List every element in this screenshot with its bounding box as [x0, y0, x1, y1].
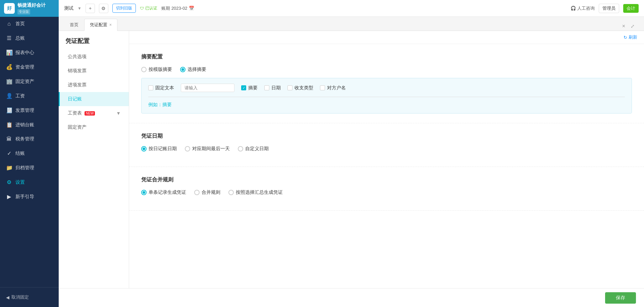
radio-single-record-btn[interactable]	[141, 190, 147, 195]
headset-icon: 🎧	[571, 6, 576, 11]
sidebar-item-assets[interactable]: 🏢 固定资产	[0, 74, 59, 89]
closing-icon: ✓	[6, 150, 12, 157]
app-edition: 专业版	[17, 9, 30, 14]
main-area: 测试 ▼ ＋ ⚙ 切到旧版 🛡 已认证 账期 2023-02 📅 🎧 人工咨询 …	[59, 0, 644, 307]
merge-radio-rules[interactable]: 合并规则	[194, 189, 220, 195]
checkbox-date-box[interactable]	[264, 85, 269, 90]
save-button[interactable]: 保存	[605, 292, 636, 304]
merge-radio-single[interactable]: 单条记录生成凭证	[141, 189, 186, 195]
checkbox-income-type[interactable]: 收支类型	[287, 85, 313, 91]
sidebar-item-ledger[interactable]: ☰ 总账	[0, 31, 59, 45]
checkbox-fixed-text[interactable]: 固定文本	[148, 85, 174, 91]
window-expand-icon[interactable]: ⤢	[629, 22, 636, 30]
radio-template-btn[interactable]	[141, 67, 147, 72]
admin-button[interactable]: 管理员	[599, 4, 619, 13]
sidebar-item-reports[interactable]: 📊 报表中心	[0, 45, 59, 60]
left-nav-payroll-table[interactable]: 工资表 NEW ▼	[59, 106, 129, 120]
radio-journal-date-btn[interactable]	[141, 146, 147, 151]
summary-radio-select[interactable]: 选择摘要	[180, 67, 206, 73]
radio-select-btn[interactable]	[180, 67, 185, 72]
merge-radio-summary[interactable]: 按照选择汇总生成凭证	[228, 189, 283, 195]
abstract-label: 摘要	[248, 85, 258, 91]
custom-date-label: 自定义日期	[245, 146, 269, 152]
merge-rules-label: 合并规则	[202, 189, 220, 195]
left-nav-fixed-assets[interactable]: 固定资产	[59, 120, 129, 134]
topbar-arrow-icon[interactable]: ▼	[77, 6, 82, 11]
sidebar-item-label: 报表中心	[15, 50, 34, 56]
cancel-fixed-btn[interactable]: ◀ 取消固定	[0, 291, 59, 304]
radio-summary-generate-btn[interactable]	[228, 190, 234, 195]
summary-generate-label: 按照选择汇总生成凭证	[236, 189, 283, 195]
reports-icon: 📊	[6, 49, 12, 56]
period-last-label: 对应期间最后一天	[192, 146, 230, 152]
bottom-spacer	[129, 211, 644, 231]
consult-button[interactable]: 🎧 人工咨询	[571, 5, 595, 11]
checkbox-income-type-box[interactable]	[287, 85, 292, 90]
sidebar-item-label: 税务管理	[15, 136, 34, 142]
options-divider	[148, 97, 625, 97]
assets-icon: 🏢	[6, 78, 12, 85]
calendar-icon[interactable]: 📅	[189, 6, 194, 11]
single-record-label: 单条记录生成凭证	[149, 189, 186, 195]
checkbox-row: 固定文本 ✓ 摘要 日期 收支类型	[148, 84, 625, 92]
sidebar: 好 畅捷通好会计 专业版 ⌂ 首页 ☰ 总账 📊 报表中心 💰 资金管理 🏢 固…	[0, 0, 59, 307]
tab-close-icon[interactable]: ×	[109, 23, 112, 27]
sidebar-item-invoice[interactable]: 🧾 发票管理	[0, 103, 59, 118]
checkbox-counterparty[interactable]: 对方户名	[320, 85, 346, 91]
date-radio-period-last[interactable]: 对应期间最后一天	[185, 146, 230, 152]
sidebar-item-label: 进销台账	[15, 122, 34, 128]
checkbox-date[interactable]: 日期	[264, 85, 281, 91]
income-type-label: 收支类型	[294, 85, 313, 91]
checkbox-counterparty-box[interactable]	[320, 85, 325, 90]
accountant-button[interactable]: 会计	[623, 4, 639, 13]
topbar-right: 🎧 人工咨询 管理员 会计	[571, 4, 639, 13]
period-label: 账期	[161, 5, 170, 11]
app-name: 畅捷通好会计	[17, 2, 46, 8]
left-nav-purchase-invoice[interactable]: 进项发票	[59, 78, 129, 92]
tab-home[interactable]: 首页	[64, 18, 84, 31]
date-radio-group: 按日记账日期 对应期间最后一天 自定义日期	[141, 146, 632, 152]
switch-old-version-button[interactable]: 切到旧版	[112, 4, 136, 13]
tab-voucher-config[interactable]: 凭证配置 ×	[84, 19, 117, 31]
right-panel: ↻ 刷新 摘要配置 按模版摘要 选择摘要	[129, 31, 644, 288]
sidebar-item-payroll[interactable]: 👤 工资	[0, 89, 59, 103]
add-button[interactable]: ＋	[86, 4, 95, 13]
radio-merge-rules-btn[interactable]	[194, 190, 200, 195]
refresh-label: 刷新	[629, 34, 637, 40]
left-nav-public[interactable]: 公共选项	[59, 50, 129, 64]
tax-icon: 🏛	[6, 136, 12, 142]
summary-radio-template[interactable]: 按模版摘要	[141, 67, 172, 73]
checkbox-abstract-box[interactable]: ✓	[241, 85, 246, 90]
merge-section-title: 凭证合并规则	[141, 176, 632, 183]
left-nav-label: 日记账	[68, 96, 82, 101]
sidebar-item-label: 首页	[15, 21, 25, 27]
checkbox-abstract[interactable]: ✓ 摘要	[241, 85, 258, 91]
sidebar-item-closing[interactable]: ✓ 结账	[0, 146, 59, 161]
sidebar-item-capital[interactable]: 💰 资金管理	[0, 60, 59, 74]
sidebar-item-settings[interactable]: ⚙ 设置	[0, 175, 59, 189]
refresh-button[interactable]: ↻ 刷新	[624, 34, 637, 40]
radio-custom-date-btn[interactable]	[238, 146, 243, 151]
window-close-icon[interactable]: ×	[621, 22, 627, 31]
settings-gear-button[interactable]: ⚙	[99, 4, 108, 13]
sidebar-logo: 好 畅捷通好会计 专业版	[0, 0, 59, 17]
fixed-text-input[interactable]	[181, 84, 234, 92]
right-panel-header: ↻ 刷新	[129, 31, 644, 44]
date-radio-journal[interactable]: 按日记账日期	[141, 146, 177, 152]
radio-period-last-btn[interactable]	[185, 146, 190, 151]
date-radio-custom[interactable]: 自定义日期	[238, 146, 269, 152]
sidebar-item-stockledger[interactable]: 📋 进销台账	[0, 118, 59, 132]
left-nav-sales-invoice[interactable]: 销项发票	[59, 64, 129, 78]
sidebar-item-home[interactable]: ⌂ 首页	[0, 17, 59, 31]
sidebar-item-archive[interactable]: 📁 归档管理	[0, 161, 59, 175]
sidebar-item-guide[interactable]: ▶ 新手引导	[0, 189, 59, 204]
save-bar: 保存	[59, 288, 644, 307]
capital-icon: 💰	[6, 64, 12, 70]
sidebar-item-tax[interactable]: 🏛 税务管理	[0, 132, 59, 146]
checkbox-fixed-text-box[interactable]	[148, 85, 153, 90]
cancel-fixed-icon: ◀	[6, 295, 9, 300]
archive-icon: 📁	[6, 165, 12, 171]
home-icon: ⌂	[6, 21, 12, 27]
tab-home-label: 首页	[70, 22, 78, 28]
left-nav-journal[interactable]: 日记账	[59, 92, 129, 106]
